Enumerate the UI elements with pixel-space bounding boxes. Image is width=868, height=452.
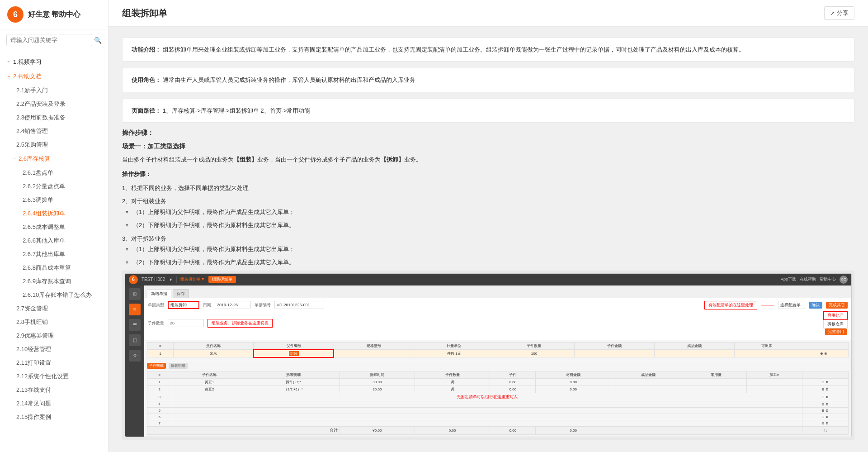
- sidebar-item-sales[interactable]: 2.4销售管理: [0, 124, 108, 138]
- sidebar-item-finance[interactable]: 2.7资金管理: [0, 302, 108, 315]
- sr-1-work: [746, 378, 802, 385]
- sf-date-input[interactable]: 2019-12-26: [215, 301, 251, 309]
- step3-sub1: （1）上部明细为父件明细，最终作为原材料生成其它出库单；: [133, 244, 854, 254]
- td-1-qty: 100: [494, 350, 574, 357]
- sub-total-row: 合计 ¥0.00 0.00 0.00 0.00 ↑↓: [147, 426, 849, 434]
- sf-bom-input[interactable]: 选择配置单: [778, 301, 805, 309]
- sf-docno-input[interactable]: AD-20191226-001: [274, 301, 324, 309]
- sidebar-item-262[interactable]: 2.6.2分量盘点单: [0, 180, 108, 193]
- sidebar-item-custom[interactable]: 2.12系统个性化设置: [0, 370, 108, 383]
- td-1-avail: [735, 350, 799, 357]
- th-unit: 计量单位: [414, 342, 494, 350]
- sf-confirm-btn[interactable]: 确认: [809, 302, 822, 309]
- screen-new-btn[interactable]: 组装拆卸单▼: [180, 276, 205, 282]
- screen-main: 新增单据 保存 单据类型 组装拆卸 日期 2019-12-26 单据编号: [144, 285, 851, 437]
- sidebar-item-docs[interactable]: − 2.帮助文档: [0, 69, 108, 84]
- sth-name: 子件名称: [172, 371, 247, 378]
- sidebar-item-payment[interactable]: 2.13在线支付: [0, 383, 108, 397]
- sidebar-item-266[interactable]: 2.6.6其他入库单: [0, 234, 108, 247]
- sr-1-mamt: 0.00: [536, 378, 611, 385]
- content-area: 功能介绍： 组装拆卸单用来处理企业组装或拆卸等加工业务，支持有固定装配清单的产品…: [108, 27, 868, 452]
- sidebar-item-faq[interactable]: 2.14常见问题: [0, 397, 108, 410]
- sidebar-item-261[interactable]: 2.6.1盘点单: [0, 166, 108, 180]
- screen-icon-5[interactable]: ⚙: [129, 350, 141, 362]
- td-1-pcode: 组装: [254, 350, 334, 357]
- sub-total-op: ↑↓: [802, 426, 848, 434]
- sth-detail: 拆装明细: [247, 371, 340, 378]
- screen-tab-new[interactable]: 新增单据: [147, 289, 171, 298]
- sidebar-item-267[interactable]: 2.6.7其他出库单: [0, 247, 108, 261]
- steps-list: 1、根据不同的业务，选择不同单据的类型来处理 2、对于组装业务（1）上部明细为父…: [122, 183, 854, 268]
- sf-row-1: 单据类型 组装拆卸 日期 2019-12-26 单据编号 AD-20191226…: [148, 301, 848, 309]
- screen-icon-active[interactable]: ≡: [129, 304, 141, 315]
- sth-pamt: 成品金额: [611, 371, 686, 378]
- sidebar-item-265[interactable]: 2.6.5成本调整单: [0, 220, 108, 234]
- sr-7-empty: [172, 420, 802, 426]
- screen-nav3: 帮助中心: [820, 276, 836, 282]
- sidebar-item-inventory[interactable]: − 2.6库存核算: [0, 152, 108, 166]
- sr-2-unit: 0.00: [490, 385, 536, 393]
- th-spec: 规格型号: [334, 342, 414, 350]
- minus-icon-2: −: [13, 156, 16, 162]
- sidebar-item-install[interactable]: 2.2产品安装及登录: [0, 97, 108, 111]
- sidebar-item-ops[interactable]: 2.10经营管理: [0, 343, 108, 356]
- td-1-op: ⊕ ⊗: [799, 350, 848, 357]
- sf-apply-btn[interactable]: 完整套用: [825, 328, 847, 335]
- scene1-para1: 当由多个子件材料组装成一个成品的业务为【组装】业务，当由一个父件拆分成多个子产品…: [122, 154, 854, 165]
- sidebar-item-video[interactable]: + 1.视频学习: [0, 55, 108, 69]
- search-input[interactable]: [6, 34, 92, 46]
- sidebar-item-268[interactable]: 2.6.8商品成本重算: [0, 261, 108, 275]
- upper-table-wrapper: # 父件名称 父件编号 规格型号 计量单位 子件数量 子件金额 成品金额 可出库: [144, 340, 851, 360]
- sidebar-item-coupon[interactable]: 2.9优惠券管理: [0, 329, 108, 343]
- sf-warehouse-input[interactable]: 拆粮仓库: [823, 320, 848, 328]
- td-1-spec: [334, 350, 414, 357]
- sidebar-item-label: 1.视频学习: [13, 58, 42, 66]
- minus-icon: −: [7, 73, 10, 80]
- sr-2-mamt: 0.00: [536, 385, 611, 393]
- sidebar-item-269[interactable]: 2.6.9库存账本查询: [0, 275, 108, 288]
- screen-icon-3[interactable]: ☰: [129, 319, 141, 331]
- sf-submit-btn[interactable]: 完成其它: [826, 302, 848, 309]
- sth-zero: 零用量: [686, 371, 746, 378]
- screen-tab-save[interactable]: 保存: [173, 289, 189, 298]
- screen-orange-btn[interactable]: 组装拆卸单: [208, 276, 236, 283]
- td-1-num: 1: [147, 350, 174, 357]
- sth-ops: [802, 371, 848, 378]
- th-ops: [799, 342, 848, 350]
- sidebar-item-mobile[interactable]: 2.8手机旺铺: [0, 315, 108, 329]
- sidebar-item-newbie[interactable]: 2.1新手入门: [0, 84, 108, 97]
- sidebar-item-264[interactable]: 2.6.4组装拆卸单: [0, 207, 108, 220]
- screen-divider: [176, 276, 177, 283]
- sf-date-label: 日期: [203, 302, 211, 308]
- sidebar-item-purchase[interactable]: 2.5采购管理: [0, 138, 108, 152]
- screen-icon-home[interactable]: ⊞: [129, 288, 141, 300]
- sub-tab-inactive[interactable]: 拆装明细: [169, 363, 188, 369]
- sidebar-item-2610[interactable]: 2.6.10库存账本错了怎么办: [0, 288, 108, 302]
- screen-form: 单据类型 组装拆卸 日期 2019-12-26 单据编号 AD-20191226…: [144, 298, 851, 340]
- screen-icon-4[interactable]: ◫: [129, 334, 141, 346]
- share-button[interactable]: ↗ 分享: [824, 6, 854, 20]
- sub-tab-active[interactable]: 子件明细: [147, 363, 166, 369]
- step2-sub1: （1）上部明细为父件明细，最终作为产成品生成其它入库单；: [133, 207, 854, 217]
- sidebar-item-print[interactable]: 2.11打印设置: [0, 356, 108, 370]
- screen-brand-icon: 6: [129, 275, 138, 284]
- sf-count-input[interactable]: 26: [168, 319, 204, 327]
- sr-2-detail: （3/2 +1）*: [247, 385, 340, 393]
- screen-header: 6 TEST-H002 ▼ 组装拆卸单▼ 组装拆卸单 App下载 在线帮助 帮助…: [125, 274, 851, 285]
- th-child-amt: 子件金额: [574, 342, 654, 350]
- td-1-pamt: [654, 350, 734, 357]
- sidebar-item-263[interactable]: 2.6.3调拨单: [0, 193, 108, 207]
- screen-avatar: CC: [840, 276, 848, 284]
- sidebar-item-dataprep[interactable]: 2.3使用前数据准备: [0, 111, 108, 124]
- th-avail: 可出库: [735, 342, 799, 350]
- search-button[interactable]: 🔍: [94, 37, 102, 44]
- sub-row-2: 2 黄豆2 （3/2 +1）* 30.00 调 0.00 0.00: [147, 385, 849, 393]
- sth-time: 拆卸时间: [340, 371, 415, 378]
- sth-qty: 子件数量: [415, 371, 490, 378]
- sidebar-item-cases[interactable]: 2.15操作案例: [0, 410, 108, 424]
- sr-2-name: 黄豆2: [172, 385, 247, 393]
- sub-row-3: 3 无固定清单可以组行在这里重写入 ⊕ ⊗: [147, 393, 849, 401]
- logo-area: 6 好生意 帮助中心: [0, 0, 108, 29]
- role-text: 通常由生产人员或库管人员完成拆装业务的操作，库管人员确认原材料的出库和产成品的入…: [163, 76, 415, 83]
- sf-type-input[interactable]: 组装拆卸: [168, 301, 199, 309]
